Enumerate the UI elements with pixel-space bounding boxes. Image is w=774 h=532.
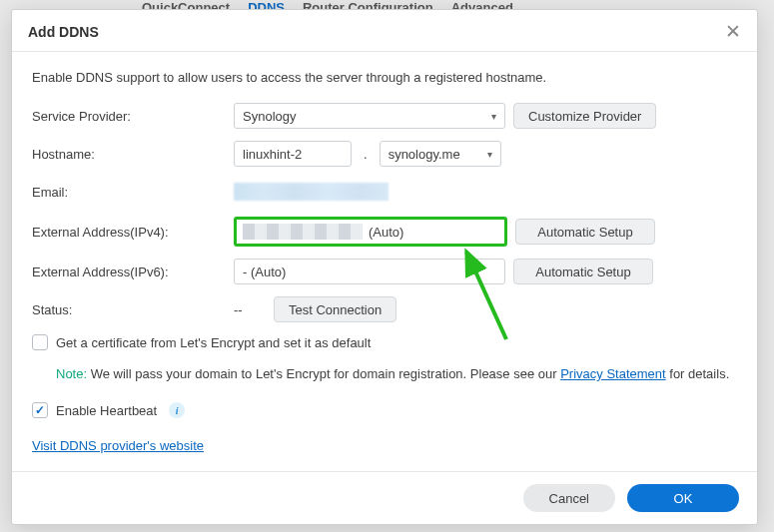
label-ipv4: External Address(IPv4): <box>32 225 234 240</box>
row-email: Email: <box>32 179 737 205</box>
note-text-2: for details. <box>666 366 730 381</box>
label-provider: Service Provider: <box>32 109 234 124</box>
close-icon[interactable]: ✕ <box>725 22 741 41</box>
dialog-title: Add DDNS <box>28 24 99 40</box>
provider-select-value: Synology <box>243 109 296 124</box>
domain-select-value: synology.me <box>388 147 460 162</box>
row-status: Status: -- Test Connection <box>32 296 737 322</box>
test-connection-button[interactable]: Test Connection <box>274 296 396 322</box>
dialog-header: Add DDNS ✕ <box>12 10 757 52</box>
domain-select[interactable]: synology.me ▾ <box>380 141 501 167</box>
chevron-down-icon: ▾ <box>487 149 492 160</box>
row-ipv4: External Address(IPv4): (Auto) Automatic… <box>32 217 737 247</box>
row-letsencrypt: Get a certificate from Let's Encrypt and… <box>32 334 737 350</box>
status-value: -- <box>234 302 266 317</box>
label-hostname: Hostname: <box>32 147 234 162</box>
ipv6-auto-setup-button[interactable]: Automatic Setup <box>513 259 653 284</box>
label-ipv6: External Address(IPv6): <box>32 265 234 279</box>
info-icon[interactable]: i <box>169 402 185 418</box>
provider-select[interactable]: Synology ▾ <box>234 103 505 129</box>
add-ddns-dialog: Add DDNS ✕ Enable DDNS support to allow … <box>11 9 758 525</box>
note-label: Note: <box>56 366 87 381</box>
note-text-1: We will pass your domain to Let's Encryp… <box>87 366 560 381</box>
ipv6-input[interactable]: - (Auto) <box>234 259 505 284</box>
letsencrypt-checkbox[interactable] <box>32 334 48 350</box>
row-provider: Service Provider: Synology ▾ Customize P… <box>32 103 737 129</box>
dialog-footer: Cancel OK <box>12 471 757 524</box>
hostname-input[interactable] <box>234 141 352 167</box>
label-status: Status: <box>32 302 234 317</box>
privacy-statement-link[interactable]: Privacy Statement <box>560 366 666 381</box>
ipv6-value: - (Auto) <box>243 265 286 279</box>
letsencrypt-label: Get a certificate from Let's Encrypt and… <box>56 335 371 350</box>
ipv4-value-redacted <box>243 224 363 240</box>
ok-button[interactable]: OK <box>627 484 739 512</box>
email-value-redacted <box>234 183 388 201</box>
cancel-button[interactable]: Cancel <box>523 484 615 512</box>
row-heartbeat: Enable Heartbeat i <box>32 402 737 418</box>
row-hostname: Hostname: . synology.me ▾ <box>32 141 737 167</box>
row-ipv6: External Address(IPv6): - (Auto) Automat… <box>32 259 737 284</box>
ipv4-auto-text: (Auto) <box>369 225 403 240</box>
label-email: Email: <box>32 185 234 200</box>
visit-provider-link[interactable]: Visit DDNS provider's website <box>32 438 204 453</box>
chevron-down-icon: ▾ <box>491 111 496 122</box>
dialog-body: Enable DDNS support to allow users to ac… <box>12 52 757 471</box>
ipv4-input-highlighted[interactable]: (Auto) <box>234 217 507 247</box>
ipv4-auto-setup-button[interactable]: Automatic Setup <box>515 219 655 245</box>
heartbeat-checkbox[interactable] <box>32 402 48 418</box>
intro-text: Enable DDNS support to allow users to ac… <box>32 70 737 85</box>
letsencrypt-note: Note: We will pass your domain to Let's … <box>56 364 737 384</box>
customize-provider-button[interactable]: Customize Provider <box>513 103 656 129</box>
heartbeat-label: Enable Heartbeat <box>56 403 157 418</box>
hostname-dot: . <box>360 147 372 162</box>
